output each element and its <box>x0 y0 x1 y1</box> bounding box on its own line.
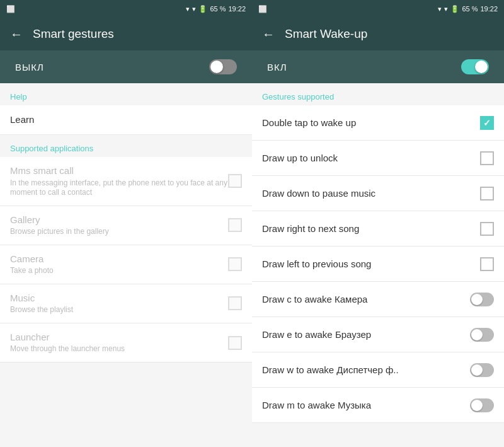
draw-e-toggle[interactable] <box>470 328 494 342</box>
list-item-draw-left[interactable]: Draw left to previous song <box>252 247 504 282</box>
music-text: Music Browse the playlist <box>10 292 228 315</box>
left-section-help: Help <box>0 83 252 105</box>
draw-w-title: Draw w to awake Диспетчер ф.. <box>262 364 470 376</box>
right-time: 19:22 <box>480 5 498 13</box>
right-toolbar-title: Smart Wake-up <box>285 27 367 41</box>
draw-up-checkbox[interactable] <box>480 151 494 165</box>
left-toggle-label: ВЫКЛ <box>15 62 44 73</box>
draw-m-knob <box>471 400 483 411</box>
list-item-draw-down[interactable]: Draw down to pause music <box>252 176 504 211</box>
right-status-left: ⬜ <box>258 5 267 13</box>
list-item-music[interactable]: Music Browse the playlist <box>0 284 252 323</box>
draw-down-text: Draw down to pause music <box>262 187 480 200</box>
right-toolbar: ← Smart Wake-up <box>252 18 504 50</box>
mms-subtitle: In the messaging interface, put the phon… <box>10 178 228 198</box>
draw-e-title: Draw e to awake Браузер <box>262 328 470 341</box>
list-item-draw-up[interactable]: Draw up to unlock <box>252 141 504 176</box>
right-back-button[interactable]: ← <box>262 27 275 42</box>
gallery-title: Gallery <box>10 214 228 226</box>
draw-w-knob <box>471 364 483 376</box>
camera-text: Camera Take a photo <box>10 253 228 276</box>
mms-checkbox[interactable] <box>228 174 242 188</box>
left-toggle-knob <box>210 61 223 73</box>
mms-text: Mms smart call In the messaging interfac… <box>10 165 228 198</box>
list-item-draw-m[interactable]: Draw m to awake Музыка <box>252 388 504 423</box>
draw-left-text: Draw left to previous song <box>262 258 480 270</box>
mms-title: Mms smart call <box>10 165 228 177</box>
draw-right-text: Draw right to next song <box>262 223 480 235</box>
launcher-subtitle: Move through the launcher menus <box>10 344 228 354</box>
camera-subtitle: Take a photo <box>10 266 228 276</box>
right-content: Gestures supported Double tap to wake up… <box>252 83 504 447</box>
draw-w-text: Draw w to awake Диспетчер ф.. <box>262 364 470 376</box>
draw-right-checkbox[interactable] <box>480 222 494 236</box>
right-panel: ⬜ ▾ ▾ 🔋 65 % 19:22 ← Smart Wake-up ВКЛ G… <box>252 0 504 447</box>
learn-item[interactable]: Learn <box>0 105 252 135</box>
launcher-checkbox[interactable] <box>228 336 242 350</box>
draw-left-checkbox[interactable] <box>480 257 494 271</box>
draw-m-text: Draw m to awake Музыка <box>262 399 470 412</box>
list-item-camera[interactable]: Camera Take a photo <box>0 245 252 284</box>
launcher-text: Launcher Move through the launcher menus <box>10 331 228 354</box>
left-status-left: ⬜ <box>6 5 15 13</box>
draw-m-toggle[interactable] <box>470 398 494 412</box>
left-toggle-row: ВЫКЛ <box>0 50 252 83</box>
draw-c-knob <box>471 294 483 305</box>
right-battery-icon: 🔋 <box>450 5 459 13</box>
draw-up-title: Draw up to unlock <box>262 152 480 165</box>
right-status-bar: ⬜ ▾ ▾ 🔋 65 % 19:22 <box>252 0 504 18</box>
right-toggle-row: ВКЛ <box>252 50 504 83</box>
left-section-apps: Supported applications <box>0 135 252 157</box>
list-item-double-tap[interactable]: Double tap to wake up <box>252 105 504 141</box>
draw-right-title: Draw right to next song <box>262 223 480 235</box>
draw-w-toggle[interactable] <box>470 363 494 377</box>
draw-m-title: Draw m to awake Музыка <box>262 399 470 412</box>
music-checkbox[interactable] <box>228 296 242 310</box>
left-toolbar: ← Smart gestures <box>0 18 252 50</box>
list-item-mms[interactable]: Mms smart call In the messaging interfac… <box>0 157 252 206</box>
draw-e-text: Draw e to awake Браузер <box>262 328 470 341</box>
gallery-subtitle: Browse pictures in the gallery <box>10 227 228 237</box>
draw-up-text: Draw up to unlock <box>262 152 480 165</box>
left-status-bar: ⬜ ▾ ▾ 🔋 65 % 19:22 <box>0 0 252 18</box>
learn-title: Learn <box>10 114 34 125</box>
draw-e-knob <box>471 329 483 340</box>
list-item-draw-right[interactable]: Draw right to next song <box>252 211 504 247</box>
right-toggle-label: ВКЛ <box>267 62 287 73</box>
draw-c-text: Draw c to awake Камера <box>262 293 470 306</box>
left-status-right: ▾ ▾ 🔋 65 % 19:22 <box>186 5 246 13</box>
camera-checkbox[interactable] <box>228 257 242 271</box>
right-toggle-switch[interactable] <box>461 59 489 74</box>
list-item-draw-e[interactable]: Draw e to awake Браузер <box>252 317 504 352</box>
right-screenshot-icon: ⬜ <box>258 5 267 13</box>
left-time: 19:22 <box>228 5 246 13</box>
draw-c-title: Draw c to awake Камера <box>262 293 470 306</box>
right-status-right: ▾ ▾ 🔋 65 % 19:22 <box>438 5 498 13</box>
list-item-launcher[interactable]: Launcher Move through the launcher menus <box>0 323 252 363</box>
left-toolbar-title: Smart gestures <box>33 27 114 41</box>
double-tap-checkbox[interactable] <box>480 116 494 130</box>
draw-down-title: Draw down to pause music <box>262 187 480 200</box>
camera-title: Camera <box>10 253 228 265</box>
right-signal-icon: ▾ <box>444 5 448 13</box>
right-toggle-knob <box>475 61 488 73</box>
signal-icon: ▾ <box>192 5 196 13</box>
double-tap-text: Double tap to wake up <box>262 117 480 129</box>
list-item-draw-w[interactable]: Draw w to awake Диспетчер ф.. <box>252 352 504 388</box>
list-item-gallery[interactable]: Gallery Browse pictures in the gallery <box>0 206 252 245</box>
wifi-icon: ▾ <box>186 5 190 13</box>
gallery-text: Gallery Browse pictures in the gallery <box>10 214 228 237</box>
draw-left-title: Draw left to previous song <box>262 258 480 270</box>
gallery-checkbox[interactable] <box>228 218 242 232</box>
left-back-button[interactable]: ← <box>10 27 23 42</box>
list-item-draw-c[interactable]: Draw c to awake Камера <box>252 282 504 317</box>
draw-down-checkbox[interactable] <box>480 187 494 200</box>
left-toggle-switch[interactable] <box>209 59 237 74</box>
right-battery-percent: 65 % <box>462 5 478 13</box>
left-content: Help Learn Supported applications Mms sm… <box>0 83 252 447</box>
launcher-title: Launcher <box>10 331 228 344</box>
screenshot-icon: ⬜ <box>6 5 15 13</box>
draw-c-toggle[interactable] <box>470 293 494 306</box>
right-wifi-icon: ▾ <box>438 5 442 13</box>
battery-icon: 🔋 <box>198 5 207 13</box>
